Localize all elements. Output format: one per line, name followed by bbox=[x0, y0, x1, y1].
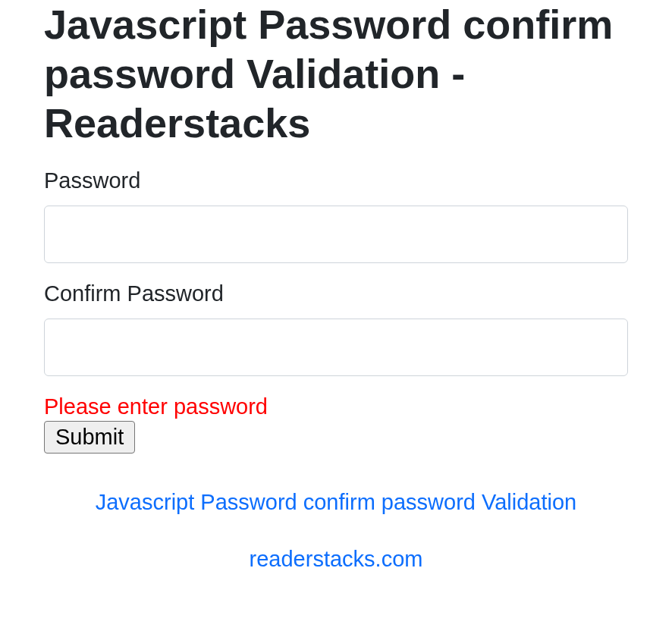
confirm-password-group: Confirm Password bbox=[44, 281, 628, 376]
confirm-password-input[interactable] bbox=[44, 319, 628, 376]
links-section: Javascript Password confirm password Val… bbox=[44, 490, 628, 572]
password-label: Password bbox=[44, 168, 628, 193]
error-message: Please enter password bbox=[44, 394, 628, 419]
primary-link[interactable]: Javascript Password confirm password Val… bbox=[44, 490, 628, 515]
secondary-link[interactable]: readerstacks.com bbox=[44, 547, 628, 572]
page-title: Javascript Password confirm password Val… bbox=[44, 0, 628, 147]
password-group: Password bbox=[44, 168, 628, 263]
submit-button[interactable]: Submit bbox=[44, 421, 135, 454]
password-input[interactable] bbox=[44, 206, 628, 263]
page-container: Javascript Password confirm password Val… bbox=[0, 0, 672, 572]
confirm-password-label: Confirm Password bbox=[44, 281, 628, 306]
